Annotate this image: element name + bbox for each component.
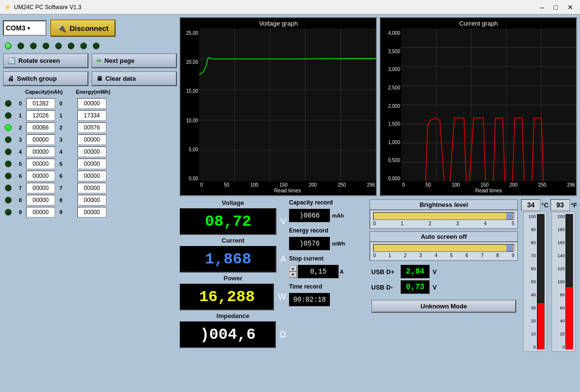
bottom-panel: Voltage 08,72 V Current 1,868 A Power xyxy=(180,199,577,389)
row-id-1: 1 xyxy=(15,113,25,118)
row-id2-5: 5 xyxy=(56,161,66,167)
clear-data-button[interactable]: 🖥 Clear data xyxy=(91,71,177,86)
app-title: UM24C PC Software V1.3 xyxy=(14,4,81,11)
temperature-section: 34 °C 100 90 80 70 60 50 40 30 xyxy=(521,199,577,389)
table-row: 3 00000 3 00000 xyxy=(3,134,177,145)
current-chart-area xyxy=(401,29,576,181)
usb-dp-row: USB D+ 2,84 V xyxy=(371,265,516,278)
autoscreen-handle[interactable] xyxy=(506,245,513,251)
records-panel: Capacity record )0066 mAh Energy record … xyxy=(289,199,366,389)
table-row: 5 00000 5 00000 xyxy=(3,158,177,170)
row-id-3: 3 xyxy=(15,137,25,143)
voltage-chart-svg xyxy=(199,29,376,181)
brightness-slider-container[interactable]: 0 1 2 3 4 5 xyxy=(370,210,518,229)
voltage-y-axis: 25,00 20,00 15,00 10,00 5,00 0,00 xyxy=(181,29,199,195)
autoscreen-title: Auto screen off xyxy=(370,232,518,242)
next-page-button[interactable]: ➡ Next page xyxy=(91,53,177,68)
row-dot-2 xyxy=(5,124,12,131)
cap-record-value: )0066 xyxy=(289,209,330,222)
voltage-x-title: Read times xyxy=(199,188,376,193)
row-id-7: 7 xyxy=(15,185,25,191)
fahrenheit-scale: 200 180 160 140 120 100 80 60 40 20 0 xyxy=(554,214,565,349)
autoscreen-labels: 0 1 2 3 4 5 6 7 8 9 xyxy=(373,253,514,258)
stop-current-up[interactable]: ▲ xyxy=(289,265,297,272)
celsius-header: 34 °C xyxy=(521,199,549,211)
usb-dp-label: USB D+ xyxy=(371,268,398,276)
maximize-button[interactable]: □ xyxy=(551,3,561,11)
status-dot-6 xyxy=(80,43,87,49)
row-cap-1: 12026 xyxy=(26,110,55,121)
usb-dm-value: 0,73 xyxy=(401,280,430,294)
rotate-screen-button[interactable]: 🔄 Rotate screen xyxy=(3,53,88,68)
voltage-chart: Voltage graph 25,00 20,00 15,00 10,00 5,… xyxy=(180,17,377,196)
energy-record-label: Energy record xyxy=(289,227,366,234)
cap-header: Capacity(mAh) xyxy=(25,89,57,95)
fahrenheit-gauge: 93 °F 200 180 160 140 120 100 80 60 xyxy=(551,199,577,352)
voltage-label: Voltage xyxy=(180,199,286,206)
current-value: 1,868 xyxy=(205,250,251,268)
energy-header: Energy(mWh) xyxy=(76,89,107,95)
power-value: 16,288 xyxy=(199,288,255,306)
row-cap-8: 00000 xyxy=(26,195,55,205)
row-dot-9 xyxy=(5,209,12,216)
table-row: 7 00000 7 00000 xyxy=(3,182,177,194)
switch-icon: 🖨 xyxy=(8,75,14,82)
cap-record-row: )0066 mAh xyxy=(289,209,366,222)
vy-1: 5,00 xyxy=(182,147,198,152)
data-table-header: Capacity(mAh) Energy(mWh) xyxy=(4,89,177,95)
status-dot-5 xyxy=(68,43,74,49)
brightness-slider[interactable] xyxy=(373,212,514,220)
charts-area: Voltage graph 25,00 20,00 15,00 10,00 5,… xyxy=(180,17,577,196)
row-dot-0 xyxy=(5,100,12,107)
voltage-unit: V xyxy=(280,217,286,227)
titlebar: ⚡ UM24C PC Software V1.3 – □ ✕ xyxy=(0,0,580,15)
fahrenheit-header: 93 °F xyxy=(551,199,577,211)
com-port-value[interactable]: COM3 xyxy=(6,24,26,32)
row-id2-0: 0 xyxy=(56,101,66,106)
vy-4: 20,00 xyxy=(182,59,198,65)
row-id2-4: 4 xyxy=(56,149,66,155)
data-table: 0 01282 0 00000 1 12026 1 17334 2 00066 … xyxy=(3,98,177,389)
brightness-section: Brightness level 0 1 2 3 4 5 xyxy=(369,199,518,229)
brightness-handle[interactable] xyxy=(506,213,513,219)
com-dropdown-arrow[interactable]: ▼ xyxy=(26,26,31,31)
row-dot-5 xyxy=(5,160,12,167)
com-port-select[interactable]: COM3 ▼ xyxy=(3,20,46,36)
unknown-mode-button[interactable]: Unknown Mode xyxy=(371,300,516,313)
current-label: Current xyxy=(180,237,286,244)
vy-3: 15,00 xyxy=(182,88,198,94)
top-controls: COM3 ▼ 🔌 Disconnect xyxy=(3,17,177,39)
table-row: 0 01282 0 00000 xyxy=(3,98,177,109)
disconnect-button[interactable]: 🔌 Disconnect xyxy=(50,19,116,37)
minimize-button[interactable]: – xyxy=(537,3,547,11)
celsius-gauge: 34 °C 100 90 80 70 60 50 40 30 xyxy=(521,199,549,352)
titlebar-controls[interactable]: – □ ✕ xyxy=(537,3,576,11)
brightness-title: Brightness level xyxy=(370,200,518,210)
row-cap-2: 00066 xyxy=(26,122,55,133)
clear-icon: 🖥 xyxy=(96,75,102,82)
close-button[interactable]: ✕ xyxy=(565,3,576,11)
impedance-row: )004,6 Ω xyxy=(180,321,286,348)
stop-current-down[interactable]: ▼ xyxy=(289,272,297,278)
row-dot-8 xyxy=(5,197,12,203)
time-record-label: Time record xyxy=(289,283,366,290)
usb-dm-label: USB D- xyxy=(371,284,398,291)
table-row: 4 00000 4 00000 xyxy=(3,146,177,158)
switch-group-button[interactable]: 🖨 Switch group xyxy=(3,71,88,86)
row-id-0: 0 xyxy=(15,101,25,106)
power-row: 16,288 W xyxy=(180,284,286,310)
stop-current-spinbtns[interactable]: ▲ ▼ xyxy=(289,265,297,278)
power-label: Power xyxy=(180,275,286,282)
row-id2-1: 1 xyxy=(56,113,66,118)
autoscreen-slider-container[interactable]: 0 1 2 3 4 5 6 7 8 9 xyxy=(370,242,518,261)
autoscreen-slider[interactable] xyxy=(373,244,514,252)
row-cap-0: 01282 xyxy=(26,98,55,109)
left-panel: COM3 ▼ 🔌 Disconnect 🔄 Rotate screen xyxy=(3,17,177,389)
row-id-5: 5 xyxy=(15,161,25,167)
row-id2-8: 8 xyxy=(56,197,66,203)
current-row: 1,868 A xyxy=(180,246,286,273)
clear-label: Clear data xyxy=(105,75,136,82)
table-row: 9 00000 9 00000 xyxy=(3,206,177,218)
cap-record-label: Capacity record xyxy=(289,199,366,206)
stop-current-value: 0,15 xyxy=(298,265,339,278)
